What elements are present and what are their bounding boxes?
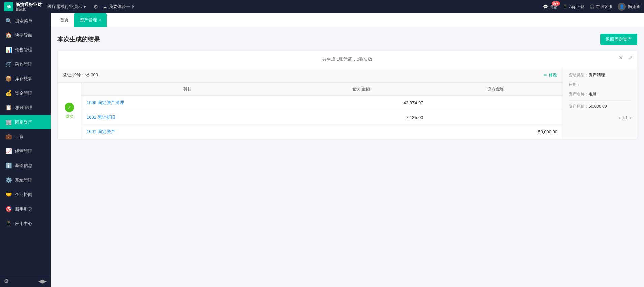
company-name: 医疗器械行业演示 (47, 4, 82, 10)
sidebar-item-management[interactable]: 📈 经营管理 (0, 144, 51, 158)
experience-label: 我要体验一下 (109, 4, 135, 10)
cell-credit-1 (429, 96, 563, 110)
table-row: 1601 固定资产 50,000.00 (81, 125, 563, 139)
collapse-button[interactable]: ◀▶ (38, 278, 47, 284)
finance-icon: 💰 (5, 90, 12, 96)
sidebar-item-inventory[interactable]: 📦 库存核算 (0, 71, 51, 86)
sidebar-bottom: ⚙ ◀▶ (0, 275, 51, 287)
content-area: 首页 资产管理 × 本次生成的结果 返回固定资产 ✕ ⤢ (51, 13, 644, 287)
sidebar-item-payroll[interactable]: 💼 工资 (0, 129, 51, 144)
table-container: 科目 借方金额 贷方金额 1606 固定资产清理 42,874. (81, 83, 563, 139)
top-header: 畅 畅捷通好业财 普及版 医疗器械行业演示 ▾ ⚙ ☁ 我要体验一下 💬 消息 … (0, 0, 644, 13)
page-title: 本次生成的结果 (57, 35, 100, 43)
company-selector[interactable]: 医疗器械行业演示 ▾ (44, 4, 89, 10)
sidebar-item-guide[interactable]: 🎯 新手引导 (0, 202, 51, 216)
app-download-button[interactable]: 📱 App下载 (563, 4, 584, 10)
main-layout: 🔍 搜索菜单 🏠 快捷导航 📊 销售管理 🛒 采购管理 📦 库存核算 💰 资金管… (0, 13, 644, 287)
sidebar-item-basic-info[interactable]: ℹ️ 基础信息 (0, 158, 51, 173)
asset-name-label: 资产名称： (569, 91, 589, 97)
sidebar-item-finance[interactable]: 💰 资金管理 (0, 86, 51, 100)
page-title-row: 本次生成的结果 返回固定资产 (57, 34, 637, 45)
experience-button[interactable]: ☁ 我要体验一下 (103, 4, 135, 10)
cell-debit-2: 7,125.03 (294, 110, 428, 125)
cell-subject-2: 1602 累计折旧 (81, 110, 294, 125)
sidebar-item-app-center[interactable]: 📱 应用中心 (0, 216, 51, 231)
expand-icon[interactable]: ⤢ (626, 54, 634, 62)
success-icon: ✓ (65, 103, 74, 112)
payroll-icon: 💼 (5, 133, 12, 140)
management-icon: 📈 (5, 148, 12, 154)
edit-button[interactable]: ✏ 修改 (544, 72, 557, 78)
sidebar-item-quicknav[interactable]: 🏠 快捷导航 (0, 28, 51, 42)
guide-icon: 🎯 (5, 206, 12, 212)
settings-button[interactable]: ⚙ (4, 278, 9, 284)
edit-label: 修改 (549, 72, 557, 78)
voucher-table: 科目 借方金额 贷方金额 1606 固定资产清理 42,874. (81, 83, 563, 139)
tab-home-label: 首页 (60, 17, 69, 23)
cell-debit-3 (294, 125, 428, 139)
tab-asset-label: 资产管理 (80, 17, 97, 23)
sidebar-item-fixed-assets[interactable]: 🏢 固定资产 (0, 115, 51, 129)
sidebar-item-label: 新手引导 (15, 206, 32, 212)
sidebar-item-purchase[interactable]: 🛒 采购管理 (0, 57, 51, 71)
sidebar-item-label: 库存核算 (15, 76, 32, 82)
sidebar-item-label: 企业协同 (15, 192, 32, 198)
sidebar-item-label: 采购管理 (15, 61, 32, 67)
voucher-number: 凭证字号：记-003 (63, 72, 98, 78)
info-row-asset-value: 资产原值： 50,000.00 (569, 103, 632, 109)
chevron-down-icon: ▾ (84, 4, 86, 9)
sidebar-item-label: 工资 (15, 134, 24, 140)
panel-actions: ✕ ⤢ (617, 54, 634, 62)
cell-credit-3: 50,000.00 (429, 125, 563, 139)
message-icon: 💬 (543, 4, 548, 9)
page-content: 本次生成的结果 返回固定资产 ✕ ⤢ 共生成 1张凭证，0张失败 (51, 27, 644, 287)
purchase-icon: 🛒 (5, 61, 12, 67)
online-service-button[interactable]: 🎧 在线客服 (590, 4, 612, 10)
tab-close-icon[interactable]: × (99, 18, 101, 22)
info-divider (569, 100, 632, 101)
logo-main-text: 畅捷通好业财 (16, 2, 42, 7)
app-center-icon: 📱 (5, 220, 12, 227)
sidebar-item-cooperation[interactable]: 🤝 企业协同 (0, 187, 51, 202)
user-name: 畅捷通 (628, 4, 640, 10)
prev-page-button[interactable]: < (618, 116, 621, 120)
gear-button[interactable]: ⚙ (91, 4, 100, 10)
sidebar-item-search[interactable]: 🔍 搜索菜单 (0, 13, 51, 28)
sidebar-item-ledger[interactable]: 📋 总账管理 (0, 100, 51, 115)
logo-icon: 畅 (4, 2, 13, 11)
sidebar-item-label: 固定资产 (15, 119, 32, 125)
asset-value-value: 50,000.00 (589, 103, 607, 109)
home-icon: 🏠 (5, 32, 12, 38)
change-type-label: 变动类型： (569, 72, 589, 78)
result-summary: 共生成 1张凭证，0张失败 (58, 51, 637, 68)
tab-asset-management[interactable]: 资产管理 × (74, 13, 107, 27)
next-page-button[interactable]: > (629, 116, 632, 120)
info-panel: 变动类型： 资产清理 日期： 资产名称： 电脑 (563, 68, 637, 139)
sidebar-item-sales[interactable]: 📊 销售管理 (0, 42, 51, 57)
status-column: ✓ 成功 (58, 83, 81, 139)
online-service-label: 在线客服 (596, 4, 612, 10)
info-row-date: 日期： (569, 82, 632, 88)
cloud-icon: ☁ (103, 4, 107, 9)
app-download-label: App下载 (569, 4, 584, 10)
close-icon[interactable]: ✕ (617, 54, 625, 62)
user-area[interactable]: 👤 畅捷通 (618, 3, 640, 11)
sales-icon: 📊 (5, 46, 12, 53)
date-label: 日期： (569, 82, 589, 88)
sidebar-item-system[interactable]: ⚙️ 系统管理 (0, 173, 51, 187)
avatar: 👤 (618, 3, 626, 11)
logo: 畅 畅捷通好业财 普及版 (4, 2, 42, 11)
message-button[interactable]: 💬 消息 99+ (543, 4, 557, 10)
cell-debit-1: 42,874.97 (294, 96, 428, 110)
cell-credit-2 (429, 110, 563, 125)
tab-home[interactable]: 首页 (55, 13, 74, 27)
download-icon: 📱 (563, 4, 568, 9)
logo-text: 畅捷通好业财 普及版 (16, 2, 42, 11)
service-icon: 🎧 (590, 4, 595, 9)
return-button[interactable]: 返回固定资产 (600, 34, 637, 45)
change-type-value: 资产清理 (589, 72, 605, 78)
header-left: 畅 畅捷通好业财 普及版 医疗器械行业演示 ▾ ⚙ ☁ 我要体验一下 (4, 2, 135, 11)
sidebar: 🔍 搜索菜单 🏠 快捷导航 📊 销售管理 🛒 采购管理 📦 库存核算 💰 资金管… (0, 13, 51, 287)
col-header-credit: 贷方金额 (429, 83, 563, 96)
sidebar-item-label: 基础信息 (15, 163, 32, 169)
